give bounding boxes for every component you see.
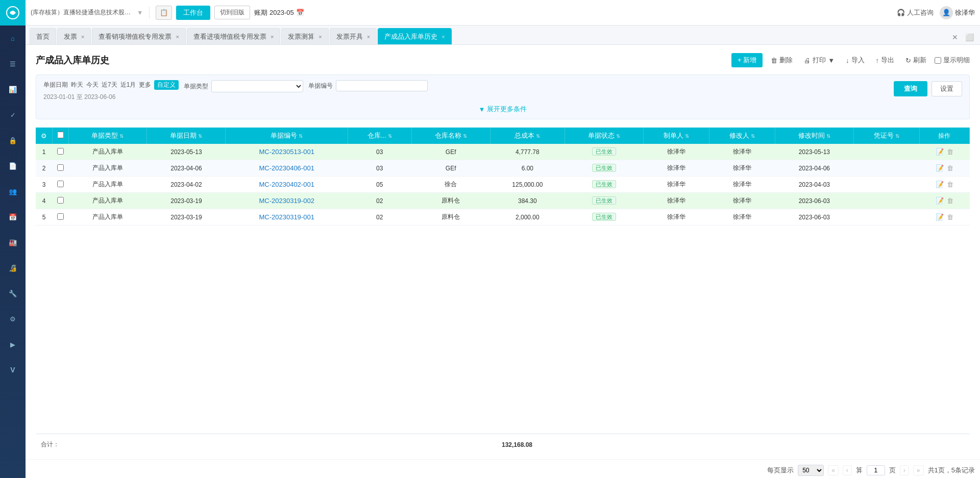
tab-home[interactable]: 首页 (30, 28, 56, 44)
total-info: 共1页，5条记录 (928, 466, 975, 475)
col-total-cost[interactable]: 总成本⇅ (490, 128, 565, 144)
row-edit-icon-3[interactable]: 📝 (936, 181, 944, 188)
tab-product-inbound-history-close[interactable]: × (442, 34, 445, 40)
tab-invoice-calc[interactable]: 发票测算 × (281, 28, 328, 44)
workbench-btn[interactable]: 工作台 (176, 6, 210, 20)
col-settings[interactable]: ⚙ (36, 128, 52, 144)
col-type[interactable]: 单据类型⇅ (68, 128, 147, 144)
date-custom[interactable]: 自定义 (154, 80, 179, 90)
tab-invoice[interactable]: 发票 × (57, 28, 91, 44)
row-number-link-3[interactable]: MC-20230402-001 (259, 181, 314, 188)
history-btn[interactable]: 切到旧版 (214, 6, 250, 19)
row-number-link-2[interactable]: MC-20230406-001 (259, 164, 314, 172)
row-edit-icon-4[interactable]: 📝 (936, 197, 944, 205)
tab-check-vat-special-close[interactable]: × (176, 34, 179, 40)
reset-btn[interactable]: 设置 (932, 81, 962, 96)
status-badge-1: 已生效 (592, 147, 616, 156)
col-modify-time[interactable]: 修改时间⇅ (775, 128, 853, 144)
topbar: (库存核算）直播轻捷通信息技术股份... ▼ 📋 工作台 切到旧版 账期 202… (26, 0, 980, 26)
row-number-link-4[interactable]: MC-20230319-002 (259, 197, 314, 205)
row-checkbox-1[interactable] (52, 144, 68, 160)
tab-check-vat-input-close[interactable]: × (271, 34, 274, 40)
row-edit-icon-2[interactable]: 📝 (936, 164, 944, 172)
query-btn[interactable]: 查询 (894, 81, 927, 96)
row-delete-icon-5[interactable]: 🗑 (947, 213, 953, 221)
row-checkbox-2[interactable] (52, 160, 68, 177)
column-settings-icon[interactable]: ⚙ (41, 132, 47, 140)
tab-invoice-calc-close[interactable]: × (318, 34, 322, 40)
type-filter-select[interactable] (211, 80, 303, 92)
date-more[interactable]: 更多 (139, 81, 151, 89)
col-warehouse-code[interactable]: 仓库...⇅ (348, 128, 411, 144)
col-warehouse-name[interactable]: 仓库名称⇅ (411, 128, 490, 144)
tab-product-inbound-history[interactable]: 产成品入库单历史 × (378, 28, 451, 44)
sidebar-item-stamp[interactable]: 🔏 (0, 255, 26, 281)
tab-invoice-open[interactable]: 发票开具 × (330, 28, 377, 44)
import-btn[interactable]: ↓ 导入 (843, 54, 868, 67)
current-page-input[interactable] (867, 465, 885, 475)
col-number[interactable]: 单据编号⇅ (226, 128, 348, 144)
col-date[interactable]: 单据日期⇅ (147, 128, 226, 144)
col-checkbox[interactable] (52, 128, 68, 144)
sidebar-item-media[interactable]: ▶ (0, 332, 26, 357)
row-delete-icon-4[interactable]: 🗑 (947, 197, 953, 205)
col-modifier[interactable]: 修改人⇅ (709, 128, 775, 144)
sidebar-item-warehouse[interactable]: 🏭 (0, 230, 26, 255)
tab-invoice-close[interactable]: × (81, 34, 84, 40)
export-btn[interactable]: ↑ 导出 (873, 54, 898, 67)
col-creator[interactable]: 制单人⇅ (644, 128, 709, 144)
row-checkbox-5[interactable] (52, 209, 68, 225)
row-checkbox-3[interactable] (52, 177, 68, 193)
tab-close-all-btn[interactable]: ✕ (950, 32, 960, 42)
date-today[interactable]: 今天 (86, 81, 99, 89)
company-selector[interactable]: (库存核算）直播轻捷通信息技术股份... ▼ (31, 8, 143, 17)
per-page-select[interactable]: 20 50 100 (798, 465, 824, 476)
tab-invoice-open-close[interactable]: × (367, 34, 370, 40)
select-all-checkbox[interactable] (57, 132, 64, 138)
date-1month[interactable]: 近1月 (120, 81, 136, 89)
sidebar-item-version[interactable]: V (0, 357, 26, 383)
sidebar-item-chart[interactable]: 📊 (0, 77, 26, 102)
sidebar-item-home[interactable]: ⌂ (0, 26, 26, 51)
tab-check-vat-special[interactable]: 查看销项增值税专用发票 × (92, 28, 185, 44)
number-filter-input[interactable] (336, 80, 428, 91)
print-btn[interactable]: 🖨 打印 ▼ (801, 54, 838, 67)
row-delete-icon-3[interactable]: 🗑 (947, 181, 953, 188)
sidebar-item-people[interactable]: 👥 (0, 179, 26, 204)
sidebar-item-calendar[interactable]: 📅 (0, 204, 26, 230)
document-btn[interactable]: 📋 (156, 6, 172, 20)
sidebar-item-settings[interactable]: ⚙ (0, 306, 26, 332)
row-delete-icon-1[interactable]: 🗑 (947, 148, 953, 156)
tab-maximize-btn[interactable]: ⬜ (963, 32, 976, 42)
new-btn[interactable]: + 新增 (731, 53, 763, 67)
col-status[interactable]: 单据状态⇅ (565, 128, 644, 144)
next-page-btn[interactable]: › (900, 465, 909, 475)
first-page-btn[interactable]: « (828, 465, 839, 475)
show-detail-checkbox[interactable] (935, 57, 941, 64)
tab-check-vat-input[interactable]: 查看进项增值税专用发票 × (187, 28, 280, 44)
user-menu[interactable]: 👤 徐泽华 (940, 6, 975, 19)
sidebar-item-tools[interactable]: 🔧 (0, 281, 26, 306)
refresh-btn[interactable]: ↻ 刷新 (902, 54, 929, 67)
expand-more-btn[interactable]: ▼ 展开更多条件 (43, 105, 962, 114)
row-edit-icon-1[interactable]: 📝 (936, 148, 944, 156)
row-status-5: 已生效 (565, 209, 644, 225)
date-7days[interactable]: 近7天 (102, 81, 117, 89)
row-edit-icon-5[interactable]: 📝 (936, 213, 944, 221)
prev-page-btn[interactable]: ‹ (843, 465, 852, 475)
row-number-link-1[interactable]: MC-20230513-001 (259, 148, 314, 156)
row-checkbox-4[interactable] (52, 193, 68, 209)
sidebar-item-tasks[interactable]: ✓ (0, 102, 26, 128)
row-number-link-5[interactable]: MC-20230319-001 (259, 213, 314, 221)
help-btn[interactable]: 🎧 人工咨询 (897, 8, 934, 17)
last-page-btn[interactable]: » (913, 465, 924, 475)
show-detail-toggle[interactable]: 显示明细 (935, 56, 970, 65)
sidebar-item-docs[interactable]: 📄 (0, 153, 26, 179)
period-calendar-icon[interactable]: 📅 (296, 9, 304, 16)
sidebar-item-security[interactable]: 🔒 (0, 128, 26, 153)
sidebar-item-inbox[interactable]: ☰ (0, 51, 26, 77)
row-delete-icon-2[interactable]: 🗑 (947, 164, 953, 172)
date-yesterday[interactable]: 昨天 (71, 81, 83, 89)
col-voucher[interactable]: 凭证号⇅ (853, 128, 919, 144)
delete-btn[interactable]: 🗑 删除 (768, 54, 796, 67)
